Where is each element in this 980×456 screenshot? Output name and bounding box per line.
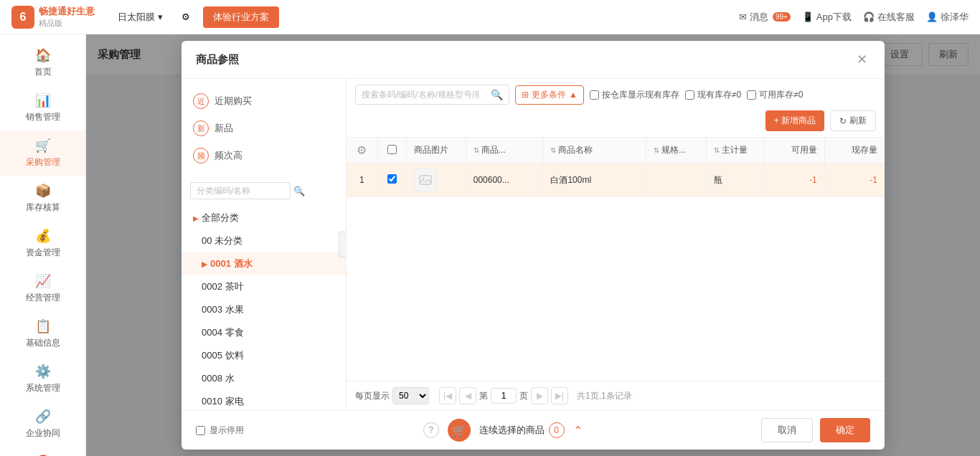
- chevron-down-icon: ▾: [158, 11, 163, 22]
- category-0010-label: 0010 家电: [202, 395, 244, 408]
- username-label: 徐泽华: [941, 11, 969, 24]
- sidebar-item-guide[interactable]: 🎯 新手引导: [0, 447, 85, 456]
- experience-btn[interactable]: 体验行业方案: [203, 6, 279, 28]
- modal-close-button[interactable]: ✕: [853, 51, 870, 68]
- last-page-btn[interactable]: ▶|: [551, 387, 568, 404]
- refresh-products-btn[interactable]: ↻ 刷新: [830, 110, 876, 131]
- by-warehouse-checkbox[interactable]: [590, 90, 599, 100]
- classify-search-input[interactable]: [190, 182, 291, 199]
- page-navigation: |◀ ◀ 第 页 ▶ ▶| 共1页,1条记录: [439, 387, 632, 404]
- category-0008-label: 0008 水: [202, 372, 235, 385]
- filter-icon: ⊞: [522, 90, 529, 100]
- cart-button[interactable]: 🛒: [448, 419, 471, 442]
- category-0001[interactable]: ▶ 0001 酒水: [182, 252, 346, 275]
- page-number-input[interactable]: [491, 388, 517, 404]
- category-0008[interactable]: 0008 水: [182, 367, 346, 390]
- sidebar-label-purchase: 采购管理: [26, 156, 60, 168]
- collapse-footer-btn[interactable]: ⌃: [573, 424, 583, 437]
- recent-buy-filter[interactable]: 近 近期购买: [182, 87, 346, 115]
- product-table: ⚙ 商品图片: [347, 138, 885, 197]
- nav-selector-label: 日太阳膜: [118, 11, 155, 24]
- table-settings-icon[interactable]: ⚙: [357, 144, 367, 156]
- product-search-input[interactable]: [356, 86, 485, 103]
- th-stock-label: 现存量: [852, 145, 877, 155]
- category-0001-label: 0001 酒水: [210, 257, 253, 270]
- add-product-btn[interactable]: + 新增商品: [765, 110, 824, 131]
- logo-name: 畅捷通好生意: [39, 5, 95, 18]
- collapse-left-panel-btn[interactable]: 《: [339, 232, 347, 257]
- cell-checkbox[interactable]: [377, 163, 407, 197]
- sort-icon-code: ⇅: [473, 146, 479, 154]
- page-size-label: 每页显示: [355, 390, 390, 402]
- nav-selector[interactable]: 日太阳膜 ▾: [112, 8, 169, 27]
- messages-btn[interactable]: ✉ 消息 99+: [739, 11, 791, 24]
- category-0004[interactable]: 0004 零食: [182, 321, 346, 344]
- settings-icon[interactable]: ⚙: [177, 9, 194, 26]
- th-spec[interactable]: ⇅ 规格...: [646, 138, 706, 163]
- category-0002[interactable]: 0002 茶叶: [182, 275, 346, 298]
- th-settings[interactable]: ⚙: [347, 138, 377, 163]
- page-size-select[interactable]: 50 10 20 100: [392, 387, 429, 404]
- avatar-icon: 👤: [926, 11, 938, 22]
- sidebar-item-inventory[interactable]: 📦 库存核算: [0, 176, 85, 221]
- freq-high-filter[interactable]: 频 频次高: [182, 142, 346, 169]
- th-unit[interactable]: ⇅ 主计量: [706, 138, 764, 163]
- first-page-btn[interactable]: |◀: [439, 387, 456, 404]
- sort-icon-unit: ⇅: [714, 146, 720, 154]
- sidebar-label-inventory: 库存核算: [26, 201, 60, 214]
- top-nav: 6 畅捷通好生意 精品版 日太阳膜 ▾ ⚙ 体验行业方案 ✉ 消息 99+ 📱 …: [0, 0, 980, 34]
- sidebar-item-purchase[interactable]: 🛒 采购管理: [0, 130, 85, 176]
- svg-rect-0: [420, 176, 431, 184]
- prev-page-btn[interactable]: ◀: [459, 387, 476, 404]
- svg-point-1: [423, 178, 425, 180]
- category-0005[interactable]: 0005 饮料: [182, 344, 346, 367]
- table-row[interactable]: 1: [347, 163, 885, 197]
- sidebar-item-enterprise[interactable]: 🔗 企业协同: [0, 402, 85, 447]
- sidebar-item-system[interactable]: ⚙️ 系统管理: [0, 356, 85, 402]
- next-page-btn[interactable]: ▶: [531, 387, 548, 404]
- basic-info-icon: 📋: [35, 318, 51, 334]
- cell-no: 1: [347, 163, 377, 197]
- help-icon[interactable]: ?: [423, 422, 439, 438]
- sidebar-item-operations[interactable]: 📈 经营管理: [0, 266, 85, 311]
- nonzero-stock-checkbox[interactable]: [685, 90, 694, 100]
- filter-more-btn[interactable]: ⊞ 更多条件 ▲: [515, 85, 584, 105]
- app-download-btn[interactable]: 📱 App下载: [802, 11, 852, 24]
- message-icon: ✉: [739, 11, 747, 22]
- category-0010[interactable]: 0010 家电: [182, 390, 346, 410]
- sidebar-item-basic[interactable]: 📋 基础信息: [0, 311, 85, 356]
- filter-btn-label: 更多条件: [532, 89, 566, 101]
- category-all[interactable]: ▶ 全部分类: [182, 206, 346, 229]
- row-checkbox[interactable]: [387, 174, 397, 184]
- sidebar-item-sales[interactable]: 📊 销售管理: [0, 85, 85, 130]
- th-avail[interactable]: 可用量: [764, 138, 824, 163]
- show-disabled-area: 显示停用: [196, 424, 244, 437]
- category-0003[interactable]: 0003 水果: [182, 298, 346, 321]
- product-search-btn[interactable]: 🔍: [485, 85, 509, 104]
- enterprise-icon: 🔗: [35, 409, 51, 424]
- show-disabled-checkbox[interactable]: [196, 426, 205, 435]
- confirm-button[interactable]: 确定: [820, 418, 870, 442]
- online-service-btn[interactable]: 🎧 在线客服: [863, 11, 915, 24]
- sidebar-item-finance[interactable]: 💰 资金管理: [0, 221, 85, 266]
- sidebar-item-home[interactable]: 🏠 首页: [0, 40, 85, 85]
- classify-search-btn[interactable]: 🔍: [293, 186, 305, 196]
- th-stock[interactable]: 现存量: [824, 138, 885, 163]
- chevron-up-icon: ▲: [569, 90, 578, 100]
- sidebar-label-finance: 资金管理: [26, 247, 60, 259]
- refresh-label: 刷新: [849, 115, 867, 127]
- continuous-select-label: 连续选择的商品: [479, 424, 545, 437]
- th-code[interactable]: ⇅ 商品...: [466, 138, 543, 163]
- category-00[interactable]: 00 未分类: [182, 229, 346, 252]
- select-all-checkbox[interactable]: [387, 145, 397, 154]
- th-name-label: 商品名称: [558, 144, 593, 156]
- th-name[interactable]: ⇅ 商品名称: [543, 138, 646, 163]
- nonzero-avail-checkbox[interactable]: [747, 90, 756, 100]
- th-avail-label: 可用量: [791, 145, 817, 155]
- nonzero-avail-filter: 可用库存≠0: [747, 89, 803, 101]
- continuous-select-area: 连续选择的商品 0: [479, 422, 565, 438]
- user-btn[interactable]: 👤 徐泽华: [926, 11, 969, 24]
- cancel-button[interactable]: 取消: [761, 418, 813, 442]
- th-code-label: 商品...: [481, 144, 506, 156]
- new-item-filter[interactable]: 新 新品: [182, 115, 346, 142]
